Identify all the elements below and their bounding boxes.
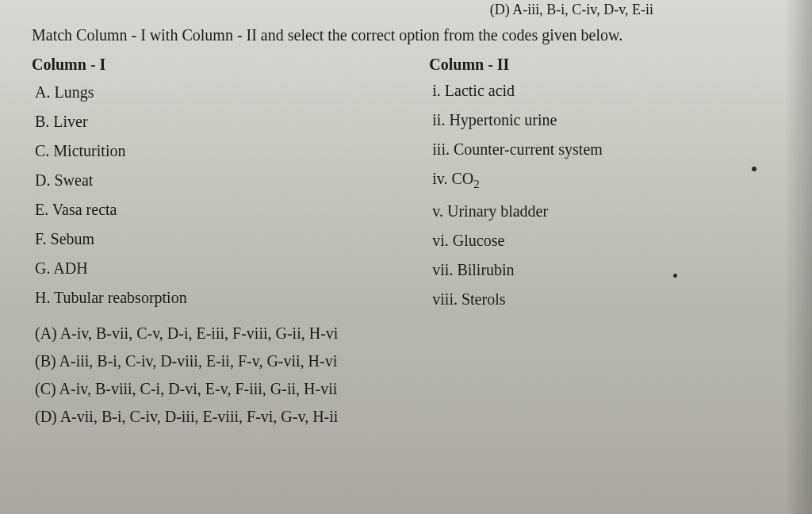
column-one-item: A. Lungs [32,83,429,102]
option-b[interactable]: (B) A-iii, B-i, C-iv, D-viii, E-ii, F-v,… [32,352,796,370]
match-columns-container: Column - I A. Lungs B. Liver C. Micturit… [32,56,796,320]
column-one-item: E. Vasa recta [32,201,429,219]
column-two-item: vii. Bilirubin [429,261,796,279]
column-one-header: Column - I [32,56,429,74]
column-two-header: Column - II [429,56,796,74]
print-mark-icon [752,167,756,171]
option-d[interactable]: (D) A-vii, B-i, C-iv, D-iii, E-viii, F-v… [32,408,796,426]
column-one-item: C. Micturition [32,142,429,160]
column-one-item: F. Sebum [32,230,429,248]
column-two-item: i. Lactic acid [429,82,796,100]
question-instruction: Match Column - I with Column - II and se… [32,26,796,44]
column-one-item: G. ADH [32,259,429,278]
answer-options: (A) A-iv, B-vii, C-v, D-i, E-iii, F-viii… [32,324,796,426]
page-edge-shadow [784,0,812,514]
column-two: Column - II i. Lactic acid ii. Hypertoni… [429,56,796,320]
column-two-item-co2: iv. CO2 [429,170,796,191]
previous-option-fragment: (D) A-iii, B-i, C-iv, D-v, E-ii [32,0,796,18]
column-two-item: vi. Glucose [429,232,796,250]
column-two-item: iii. Counter-current system [429,140,796,159]
option-c[interactable]: (C) A-iv, B-viii, C-i, D-vi, E-v, F-iii,… [32,380,796,398]
column-one-item: B. Liver [32,113,429,131]
option-a[interactable]: (A) A-iv, B-vii, C-v, D-i, E-iii, F-viii… [32,324,796,343]
column-one-item: H. Tubular reabsorption [32,289,429,307]
column-two-item: viii. Sterols [429,290,796,309]
print-mark-icon [673,274,677,278]
column-two-item: v. Urinary bladder [429,202,796,221]
column-one-item: D. Sweat [32,171,429,190]
column-one: Column - I A. Lungs B. Liver C. Micturit… [32,56,429,320]
column-two-item: ii. Hypertonic urine [429,111,796,129]
